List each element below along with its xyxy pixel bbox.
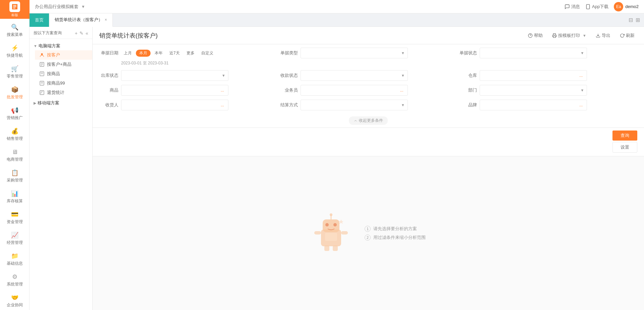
help-btn[interactable]: 帮助 xyxy=(525,31,545,40)
brand-filter-cell: 品牌 ... xyxy=(458,100,637,110)
salesperson-ellipsis[interactable]: ... xyxy=(399,88,405,93)
product-ellipsis[interactable]: ... xyxy=(219,88,225,93)
scheme-item-return-stats[interactable]: 退货统计 xyxy=(35,88,92,97)
scheme-item-by-customer-product[interactable]: 按客户+商品 xyxy=(35,60,92,69)
export-icon xyxy=(596,33,600,38)
sidebar-item-label: 搜索菜单 xyxy=(7,32,23,38)
tab-close-icon[interactable]: × xyxy=(105,17,107,22)
print-dropdown-icon[interactable]: ▼ xyxy=(583,34,586,38)
by-product-icon xyxy=(39,71,45,77)
sidebar-item-system[interactable]: ⚙ 系统管理 xyxy=(0,270,29,291)
sidebar-item-marketing[interactable]: 📢 营销推广 xyxy=(0,103,29,124)
collapse-label: 收起更多条件 xyxy=(359,118,383,123)
content: 按以下方案查询 + ✎ « ▼ 电脑端方案 xyxy=(30,27,644,310)
sidebar-item-sales[interactable]: 💰 销售管理 xyxy=(0,124,29,145)
receiver-label: 收货人 xyxy=(99,102,121,108)
settlement-select[interactable]: ▼ xyxy=(301,100,408,110)
sidebar-item-basic[interactable]: 📁 基础信息 xyxy=(0,249,29,270)
add-scheme-btn[interactable]: + xyxy=(75,31,77,36)
scheme-group-header-desktop[interactable]: ▼ 电脑端方案 xyxy=(30,42,92,50)
date-btn-last-month[interactable]: 上月 xyxy=(121,50,135,57)
sidebar-item-ecommerce[interactable]: 🖥 电商管理 xyxy=(0,145,29,166)
scheme-group-header-mobile[interactable]: ▶ 移动端方案 xyxy=(30,99,92,107)
by-product-99-icon xyxy=(39,80,45,86)
tab-home[interactable]: 首页 xyxy=(30,13,49,27)
brand-ellipsis[interactable]: ... xyxy=(578,103,584,107)
user-area[interactable]: Ea demo2 xyxy=(614,2,639,11)
sidebar-item-retail[interactable]: 🛒 零售管理 xyxy=(0,62,29,83)
doc-type-select[interactable]: ▼ xyxy=(301,48,408,58)
sidebar-item-quick-nav[interactable]: ⚡ 快捷导航 xyxy=(0,41,29,62)
download-icon xyxy=(585,4,591,9)
tab-minimize-btn[interactable]: ⊟ xyxy=(629,17,633,23)
scheme-item-by-product-99[interactable]: 按商品99 xyxy=(35,79,92,88)
page-title: 销货单统计表(按客户) xyxy=(99,32,158,40)
message-btn[interactable]: 消息 xyxy=(565,4,580,10)
date-filter-cell: 单据日期 上月 本月 本年 近7天 更多 自定义 xyxy=(99,48,279,58)
empty-tip-2: 2 用过滤条件来缩小分析范围 xyxy=(365,235,426,241)
sidebar-item-finance[interactable]: 💳 资金管理 xyxy=(0,207,29,228)
sidebar-item-label: 采购管理 xyxy=(7,177,23,183)
scheme-group-label-mobile: 移动端方案 xyxy=(38,100,59,106)
settlement-arrow-icon: ▼ xyxy=(401,103,405,107)
date-btn-more[interactable]: 更多 xyxy=(184,50,197,57)
sidebar-item-purchase[interactable]: 📋 采购管理 xyxy=(0,166,29,187)
sidebar-item-operation[interactable]: 📈 经营管理 xyxy=(0,228,29,249)
scheme-item-label: 按客户+商品 xyxy=(47,61,71,67)
query-btn[interactable]: 查询 xyxy=(612,131,637,141)
warehouse-input[interactable]: ... xyxy=(480,70,587,81)
sidebar-item-inventory[interactable]: 📊 库存核算 xyxy=(0,187,29,207)
print-icon xyxy=(552,33,557,38)
product-input[interactable]: ... xyxy=(121,85,228,96)
settings-btn[interactable]: 设置 xyxy=(612,142,637,153)
sidebar-item-enterprise[interactable]: 🤝 企业协同 xyxy=(0,291,29,310)
svg-point-21 xyxy=(325,223,329,226)
collapse-row[interactable]: 收起更多条件 xyxy=(93,114,644,128)
app-download-btn[interactable]: App下载 xyxy=(585,4,608,10)
export-btn[interactable]: 导出 xyxy=(593,31,613,40)
main: 办公用品行业模拟账套 ▼ 消息 App下载 Ea demo2 xyxy=(30,0,644,310)
date-btn-this-year[interactable]: 本年 xyxy=(152,50,165,57)
scheme-item-label: 按商品99 xyxy=(47,80,65,86)
salesperson-input[interactable]: ... xyxy=(301,85,408,96)
date-btn-7days[interactable]: 近7天 xyxy=(167,50,182,57)
expand-icon-mobile: ▶ xyxy=(34,101,36,105)
left-panel: 按以下方案查询 + ✎ « ▼ 电脑端方案 xyxy=(30,27,93,310)
left-panel-title: 按以下方案查询 xyxy=(34,30,62,36)
collapse-panel-btn[interactable]: « xyxy=(86,31,88,36)
sidebar-item-label: 系统管理 xyxy=(7,281,23,287)
doc-status-select[interactable]: ▼ xyxy=(480,48,587,58)
sidebar-item-wholesale[interactable]: 📦 批发管理 xyxy=(0,83,29,103)
out-status-select[interactable]: ▼ xyxy=(121,70,228,81)
print-btn[interactable]: 按模板打印 ▼ xyxy=(549,31,589,40)
header-dropdown[interactable]: ▼ xyxy=(81,4,85,9)
collapse-btn[interactable]: 收起更多条件 xyxy=(349,116,388,125)
refresh-btn[interactable]: 刷新 xyxy=(617,31,637,40)
sidebar-item-label: 快捷导航 xyxy=(7,53,23,58)
dept-select[interactable]: ▼ xyxy=(480,85,587,96)
enterprise-icon: 🤝 xyxy=(11,294,18,301)
recv-status-select[interactable]: ▼ xyxy=(301,70,408,81)
retail-icon: 🛒 xyxy=(11,65,18,72)
scheme-item-by-customer[interactable]: 按客户 xyxy=(35,50,92,60)
sidebar-item-label: 企业协同 xyxy=(7,302,23,308)
receiver-ellipsis[interactable]: ... xyxy=(219,103,225,107)
marketing-icon: 📢 xyxy=(11,107,18,114)
scheme-item-by-product[interactable]: 按商品 xyxy=(35,69,92,79)
scheme-items-desktop: 按客户 按客户+商品 按商品 xyxy=(30,50,92,97)
doc-type-filter-cell: 单据类型 ▼ xyxy=(279,48,458,58)
query-settings-group: 查询 设置 xyxy=(612,131,637,153)
receiver-input[interactable]: ... xyxy=(121,100,228,110)
brand-input[interactable]: ... xyxy=(480,100,587,110)
date-btn-this-month[interactable]: 本月 xyxy=(136,50,151,57)
sidebar-item-search-menu[interactable]: 🔍 搜索菜单 xyxy=(0,20,29,41)
doc-status-filter-cell: 单据状态 ▼ xyxy=(458,48,637,58)
logo[interactable]: 标版 xyxy=(0,0,30,19)
tab-sales-stats[interactable]: 销货单统计表（按客户） × xyxy=(49,13,113,27)
tab-expand-btn[interactable]: ⊞ xyxy=(636,17,640,23)
doc-status-label: 单据状态 xyxy=(458,50,480,56)
warehouse-ellipsis[interactable]: ... xyxy=(578,73,584,78)
dept-filter-cell: 部门 ▼ xyxy=(458,85,637,96)
edit-scheme-btn[interactable]: ✎ xyxy=(79,31,84,36)
date-btn-custom[interactable]: 自定义 xyxy=(199,50,216,57)
